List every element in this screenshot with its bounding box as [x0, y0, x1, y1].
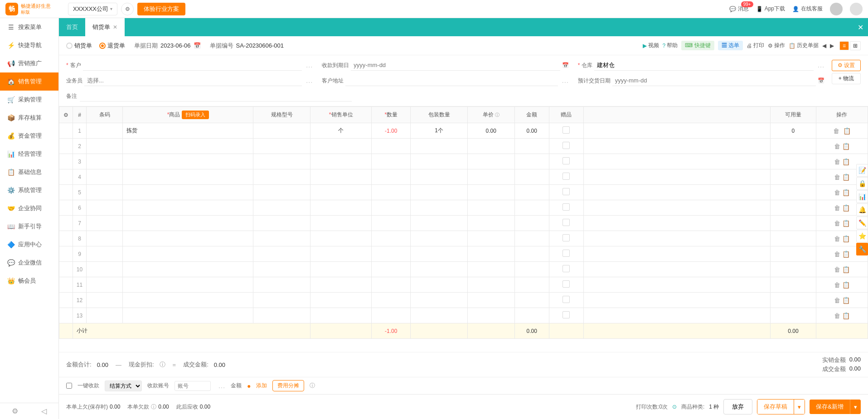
return-order-radio[interactable]: 退货单: [99, 42, 125, 50]
help-btn[interactable]: ? 帮助: [663, 42, 678, 49]
delete-row-icon[interactable]: 🗑: [834, 266, 840, 273]
row-spec[interactable]: [253, 123, 310, 139]
tab-close-all-icon[interactable]: ✕: [858, 23, 863, 32]
app-download-button[interactable]: 📱 App下载: [756, 5, 785, 13]
gift-checkbox[interactable]: [563, 280, 570, 288]
row-barcode[interactable]: [87, 123, 123, 139]
gift-checkbox[interactable]: [563, 219, 570, 226]
add-payment-btn[interactable]: 添加: [256, 382, 267, 390]
row-memo[interactable]: [583, 123, 770, 139]
gift-checkbox[interactable]: [563, 234, 570, 241]
row-unit[interactable]: 个: [310, 123, 372, 139]
sidebar-settings-icon[interactable]: ⚙: [12, 407, 18, 415]
row-price[interactable]: 0.00: [467, 123, 514, 139]
add-payment-icon[interactable]: ●: [247, 382, 251, 390]
sidebar-item-vip[interactable]: 👑 畅会员: [0, 272, 58, 290]
video-btn[interactable]: ▶ 视频: [643, 42, 659, 49]
customer-select-icon[interactable]: …: [305, 61, 313, 69]
trial-button[interactable]: 体验行业方案: [137, 3, 185, 15]
delivery-calendar-icon[interactable]: 📅: [818, 77, 824, 84]
scan-barcode-btn[interactable]: 扫码录入: [182, 111, 209, 119]
tab-home[interactable]: 首页: [59, 18, 85, 36]
copy-row-icon[interactable]: 📋: [842, 250, 850, 258]
copy-row-icon[interactable]: 📋: [842, 158, 850, 165]
product-types-info-icon[interactable]: ⊙: [672, 404, 677, 410]
tab-sales-order[interactable]: 销货单 ✕: [85, 18, 125, 36]
sidebar-item-quicknav[interactable]: ⚡ 快捷导航: [0, 36, 58, 54]
sales-order-radio[interactable]: 销货单: [66, 42, 92, 50]
delete-row-icon[interactable]: 🗑: [834, 281, 840, 289]
message-button[interactable]: 💬 消息 99+: [729, 5, 749, 13]
sidebar-item-marketing[interactable]: 📢 营销推广: [0, 54, 58, 72]
delete-row-icon[interactable]: 🗑: [834, 173, 840, 181]
one-click-payment-checkbox[interactable]: [66, 383, 72, 389]
expected-delivery-input[interactable]: [612, 75, 816, 86]
account-select-icon[interactable]: …: [218, 382, 225, 390]
user-avatar[interactable]: [830, 3, 843, 15]
sidebar-item-collab[interactable]: 🤝 企业协同: [0, 199, 58, 217]
float-btn-5[interactable]: ✏️: [856, 217, 868, 229]
float-btn-6[interactable]: ⭐: [856, 230, 868, 242]
delete-row-icon[interactable]: 🗑: [833, 127, 839, 135]
gift-checkbox[interactable]: [563, 126, 570, 134]
abandon-btn[interactable]: 放弃: [723, 399, 752, 414]
gift-checkbox[interactable]: [563, 203, 570, 211]
float-btn-4[interactable]: 🔔: [856, 203, 868, 216]
copy-row-icon[interactable]: 📋: [842, 235, 850, 242]
gift-checkbox[interactable]: [563, 142, 570, 149]
row-qty[interactable]: -1.00: [372, 123, 411, 139]
delete-row-icon[interactable]: 🗑: [834, 235, 840, 242]
save-draft-btn[interactable]: 保存草稿: [757, 400, 794, 414]
sidebar-item-basic-info[interactable]: 📋 基础信息: [0, 163, 58, 181]
print-btn[interactable]: 🖨 打印: [747, 42, 764, 49]
copy-row-icon[interactable]: 📋: [842, 220, 850, 227]
prev-btn[interactable]: ◀: [822, 43, 826, 49]
save-draft-arrow-btn[interactable]: ▾: [794, 400, 805, 414]
salesperson-select-icon[interactable]: …: [305, 77, 313, 85]
doc-debt-info-icon[interactable]: ⓘ: [151, 403, 156, 411]
gift-checkbox[interactable]: [563, 173, 570, 180]
copy-row-icon[interactable]: 📋: [842, 189, 850, 196]
copy-row-icon[interactable]: 📋: [842, 281, 850, 289]
sidebar-item-system[interactable]: ⚙️ 系统管理: [0, 181, 58, 199]
delete-row-icon[interactable]: 🗑: [834, 158, 840, 165]
gift-checkbox[interactable]: [563, 188, 570, 195]
tab-close-icon[interactable]: ✕: [113, 24, 117, 30]
account-input[interactable]: [175, 381, 211, 391]
copy-row-icon[interactable]: 📋: [842, 173, 850, 181]
row-product[interactable]: 拣货: [123, 123, 253, 139]
copy-row-icon[interactable]: 📋: [843, 127, 851, 135]
float-btn-1[interactable]: 📝: [856, 164, 868, 177]
delete-row-icon[interactable]: 🗑: [834, 250, 840, 258]
sidebar-item-purchase[interactable]: 🛒 采购管理: [0, 91, 58, 109]
fee-info-icon[interactable]: ⓘ: [310, 382, 315, 390]
view-list-icon[interactable]: ≡: [839, 41, 849, 50]
sidebar-item-guide[interactable]: 📖 新手引导: [0, 217, 58, 236]
gift-checkbox[interactable]: [563, 296, 570, 303]
gift-checkbox[interactable]: [563, 250, 570, 257]
save-new-arrow-btn[interactable]: ▾: [850, 400, 861, 414]
save-new-btn[interactable]: 保存&新增: [810, 400, 850, 414]
row-amount[interactable]: 0.00: [514, 123, 549, 139]
warehouse-input[interactable]: [594, 60, 814, 71]
copy-row-icon[interactable]: 📋: [842, 204, 850, 212]
remark-input[interactable]: [80, 91, 352, 101]
online-service-button[interactable]: 👤 在线客服: [792, 5, 823, 13]
company-selector[interactable]: XXXXXX公司 ▾: [68, 3, 117, 15]
sidebar-item-wechat[interactable]: 💬 企业微信: [0, 254, 58, 272]
sidebar-item-search[interactable]: ☰ 搜索菜单: [0, 18, 58, 36]
sidebar-collapse-icon[interactable]: ◁: [41, 407, 47, 415]
sidebar-item-management[interactable]: 📊 经营管理: [0, 145, 58, 163]
sidebar-item-sales[interactable]: 🏠 销售管理: [0, 72, 58, 91]
customer-address-input[interactable]: [345, 75, 558, 86]
float-btn-7[interactable]: 🔧: [856, 243, 868, 255]
float-btn-3[interactable]: 📊: [856, 190, 868, 203]
select-list-btn[interactable]: ☰ 选单: [718, 41, 743, 50]
gift-checkbox[interactable]: [563, 265, 570, 272]
delete-row-icon[interactable]: 🗑: [834, 220, 840, 227]
calc-method-select[interactable]: 结算方式: [105, 380, 142, 391]
address-select-icon[interactable]: …: [562, 77, 569, 85]
gift-checkbox[interactable]: [563, 157, 570, 164]
table-gear-icon[interactable]: ⚙: [63, 112, 68, 118]
logistics-button[interactable]: + 物流: [832, 73, 861, 84]
